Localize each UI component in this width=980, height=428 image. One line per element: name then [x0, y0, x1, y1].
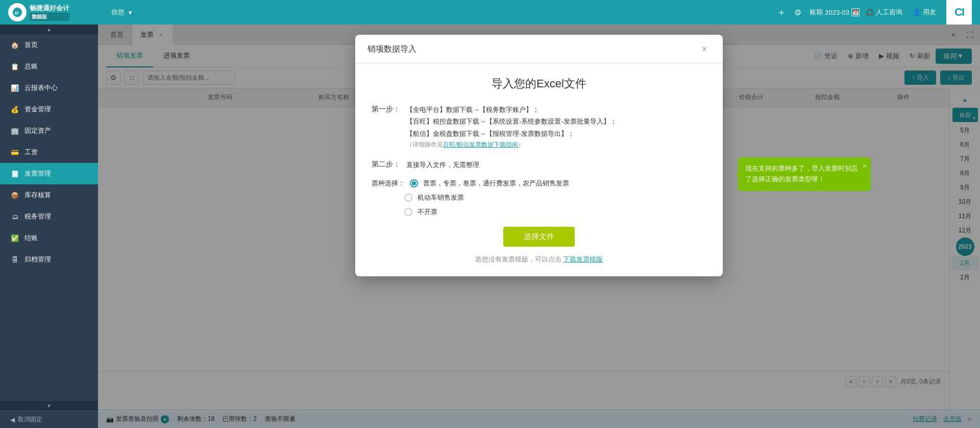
logo-sub: 旗舰版 [30, 13, 69, 21]
top-right: 🎧 人工咨询 👤 用友 CI [866, 0, 972, 25]
sidebar-item-payroll[interactable]: 💳 工资 [0, 141, 98, 163]
tooltip-bubble: × 现在支持的票种多了，导入发票时别忘了选择正确的发票类型呀！ [738, 157, 871, 191]
opt2-label: 机动车销售发票 [418, 193, 464, 202]
sidebar-label-ledger: 总账 [24, 62, 38, 71]
ledger-icon: 📋 [10, 62, 19, 71]
sidebar-item-tax[interactable]: 🗂 税务管理 [0, 206, 98, 227]
user-label: 用友 [923, 8, 936, 17]
sidebar-label-tax: 税务管理 [24, 212, 51, 221]
guide-link[interactable]: 百旺/航信发票数据下载指南 [443, 141, 518, 148]
sidebar-item-fund[interactable]: 💰 资金管理 [0, 99, 98, 120]
modal: 销项数据导入 × 导入您的Excel文件 第一步： 【全电平台】数据下载→【税务… [355, 35, 723, 276]
user-button[interactable]: 👤 用友 [913, 8, 936, 17]
opt3-label: 不开票 [418, 207, 437, 217]
sidebar-label-home: 首页 [24, 40, 38, 50]
logo-text: 畅捷通好会计 [30, 4, 69, 13]
calendar-icon: 📅 [851, 8, 860, 16]
tooltip-text: 现在支持的票种多了，导入发票时别忘了选择正确的发票类型呀！ [745, 164, 858, 183]
company-name: 你您 [111, 8, 125, 17]
top-bar: 好 畅捷通好会计 旗舰版 你您 ▾ ＋ ⚙ 账期 2023-03 📅 🎧 人工咨… [0, 0, 980, 25]
period-value: 2023-03 [825, 9, 849, 16]
fund-icon: 💰 [10, 105, 19, 114]
select-file-btn[interactable]: 选择文件 [503, 227, 575, 247]
sidebar-item-inventory[interactable]: 📦 库存核算 [0, 184, 98, 206]
ci-badge: CI [946, 0, 972, 25]
step2-label: 第二步： [372, 160, 400, 169]
radio-opt2[interactable] [404, 194, 412, 202]
step2-content: 直接导入文件，无需整理 [406, 159, 479, 171]
svg-text:好: 好 [14, 11, 19, 15]
step1-note: （详细操作见百旺/航信发票数据下载指南） [406, 139, 617, 151]
download-template-link[interactable]: 下载发票模版 [563, 255, 603, 263]
period-label: 账期 [810, 8, 823, 17]
step1-line1: 【全电平台】数据下载→【税务数字账户】； [406, 104, 617, 115]
sidebar-label-cloud: 云报表中心 [24, 83, 58, 92]
logo-icon: 好 [8, 3, 27, 21]
sidebar-item-invoice[interactable]: 🧾 发票管理 [0, 163, 98, 184]
sidebar-collapse-btn[interactable]: ◀ 取消固定 [0, 411, 98, 428]
step2-row: 第二步： 直接导入文件，无需整理 [372, 159, 706, 171]
sidebar-item-checkout[interactable]: ✅ 结账 [0, 227, 98, 249]
modal-footer-note: 若您没有发票模版，可以点击 下载发票模版 [372, 255, 706, 264]
period-selector[interactable]: 账期 2023-03 📅 [810, 8, 860, 17]
ticket-label: 票种选择： [372, 179, 405, 188]
invoice-icon: 🧾 [10, 169, 19, 178]
company-selector[interactable]: 你您 ▾ [111, 8, 771, 17]
fixed-assets-icon: 🏢 [10, 126, 19, 135]
user-icon: 👤 [913, 9, 921, 16]
sidebar: ▲ 🏠 首页 📋 总账 📊 云报表中心 💰 资金管理 🏢 固定资产 [0, 25, 98, 428]
sidebar-item-cloud-report[interactable]: 📊 云报表中心 [0, 77, 98, 99]
sidebar-item-archive[interactable]: 🗄 归档管理 [0, 249, 98, 270]
logo: 好 畅捷通好会计 旗舰版 [8, 3, 105, 21]
sidebar-label-checkout: 结账 [24, 233, 38, 243]
modal-title: 销项数据导入 [368, 44, 416, 55]
settings-icon[interactable]: ⚙ [794, 8, 801, 17]
step1-row: 第一步： 【全电平台】数据下载→【税务数字账户】； 【百旺】税控盘数据下载→【系… [372, 104, 706, 151]
radio-opt3[interactable] [404, 208, 412, 216]
sidebar-label-payroll: 工资 [24, 148, 38, 157]
content-area: 首页 发票 × × ⛶ 销项发票 进项发票 📄 凭证 [98, 25, 980, 428]
sidebar-label-inventory: 库存核算 [24, 191, 51, 200]
top-actions: ＋ ⚙ 账期 2023-03 📅 [777, 6, 860, 18]
ticket-selection: 票种选择： 普票，专票，卷票，通行费发票，农产品销售发票 机动车销售发票 不开票 [372, 179, 706, 217]
sidebar-item-ledger[interactable]: 📋 总账 [0, 56, 98, 77]
modal-body: 导入您的Excel文件 第一步： 【全电平台】数据下载→【税务数字账户】； 【百… [355, 64, 723, 276]
payroll-icon: 💳 [10, 148, 19, 157]
checkout-icon: ✅ [10, 233, 19, 243]
unpin-icon: ◀ [10, 416, 15, 423]
ticket-opt3-row: 不开票 [372, 207, 706, 217]
scroll-up-btn[interactable]: ▲ [0, 25, 98, 34]
collapse-label: 取消固定 [18, 415, 42, 424]
modal-header: 销项数据导入 × [355, 35, 723, 64]
add-icon[interactable]: ＋ [777, 6, 786, 18]
sidebar-label-invoice: 发票管理 [24, 169, 51, 178]
sidebar-item-home[interactable]: 🏠 首页 [0, 34, 98, 56]
step1-line2: 【百旺】税控盘数据下载→【系统设置-系统参数设置-发票批量导入】； [406, 115, 617, 127]
step1-label: 第一步： [372, 105, 400, 114]
opt1-label: 普票，专票，卷票，通行费发票，农产品销售发票 [423, 179, 569, 188]
modal-close-btn[interactable]: × [698, 43, 710, 55]
scroll-down-btn[interactable]: ▼ [0, 401, 98, 411]
modal-main-title: 导入您的Excel文件 [372, 76, 706, 91]
ticket-label-row: 票种选择： 普票，专票，卷票，通行费发票，农产品销售发票 [372, 179, 706, 188]
help-label: 人工咨询 [876, 8, 902, 17]
radio-opt1[interactable] [410, 179, 418, 187]
archive-icon: 🗄 [10, 255, 19, 264]
step1-content: 【全电平台】数据下载→【税务数字账户】； 【百旺】税控盘数据下载→【系统设置-系… [406, 104, 617, 151]
dropdown-icon: ▾ [129, 9, 132, 16]
tooltip-close-btn[interactable]: × [863, 160, 867, 172]
headset-icon: 🎧 [866, 9, 874, 16]
tax-icon: 🗂 [10, 212, 19, 221]
step1-line3: 【航信】金税盘数据下载→【报税管理-发票数据导出】； [406, 128, 617, 139]
home-icon: 🏠 [10, 40, 19, 50]
modal-overlay: 销项数据导入 × 导入您的Excel文件 第一步： 【全电平台】数据下载→【税务… [98, 25, 980, 428]
ticket-opt2-row: 机动车销售发票 [372, 193, 706, 202]
sidebar-label-archive: 归档管理 [24, 255, 51, 264]
sidebar-label-fund: 资金管理 [24, 105, 51, 114]
sidebar-item-fixed-assets[interactable]: 🏢 固定资产 [0, 120, 98, 141]
help-button[interactable]: 🎧 人工咨询 [866, 8, 902, 17]
inventory-icon: 📦 [10, 191, 19, 200]
cloud-icon: 📊 [10, 83, 19, 92]
sidebar-label-fixed: 固定资产 [24, 126, 51, 135]
